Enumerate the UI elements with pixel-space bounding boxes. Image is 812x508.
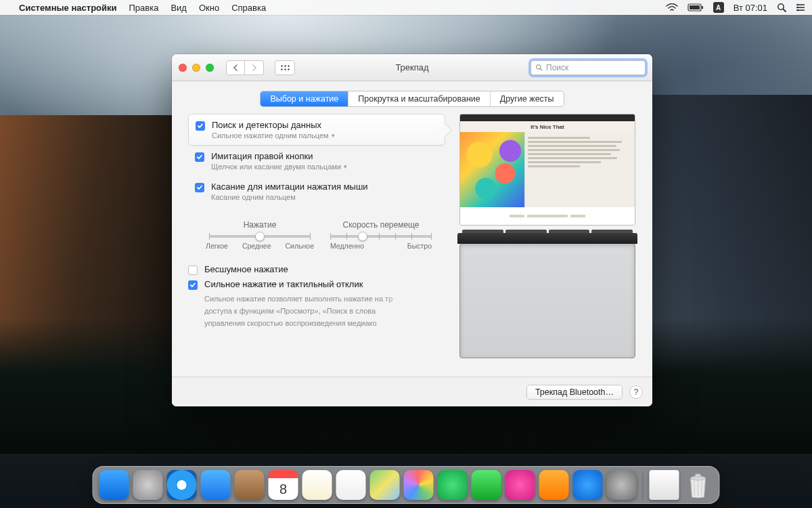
dock-calendar[interactable]: 8 xyxy=(269,470,298,500)
search-icon xyxy=(535,64,543,71)
option-lookup[interactable]: Поиск и детекторы данных Сильное нажатие… xyxy=(188,114,445,146)
click-pressure-label: Нажатие xyxy=(206,220,314,230)
wifi-icon[interactable] xyxy=(666,3,678,12)
tabs-row: Выбор и нажатие Прокрутка и масштабирова… xyxy=(172,81,652,114)
dock-launchpad[interactable] xyxy=(133,470,163,500)
gesture-preview: It's Nice That xyxy=(456,114,639,368)
dock-itunes[interactable] xyxy=(505,470,535,500)
zoom-button[interactable] xyxy=(206,64,214,72)
preview-text-block xyxy=(524,132,635,207)
dock-safari[interactable] xyxy=(167,470,197,500)
menu-edit[interactable]: Правка xyxy=(129,3,159,13)
tab-more-gestures[interactable]: Другие жесты xyxy=(490,91,564,106)
menu-view[interactable]: Вид xyxy=(171,3,187,13)
preferences-window: Трекпад Поиск Выбор и нажатие Прокрутка … xyxy=(172,54,652,406)
menu-help[interactable]: Справка xyxy=(231,3,266,13)
checkbox-tap-to-click[interactable] xyxy=(195,183,204,192)
menubar: Системные настройки Правка Вид Окно Спра… xyxy=(0,0,812,15)
menu-window[interactable]: Окно xyxy=(199,3,219,13)
dock: 8 xyxy=(93,466,720,504)
svg-point-8 xyxy=(797,4,799,6)
svg-rect-14 xyxy=(696,474,701,477)
force-click-desc-3: управления скоростью воспроизведения мед… xyxy=(204,318,434,329)
dock-preferences[interactable] xyxy=(607,470,637,500)
option-lookup-title: Поиск и детекторы данных xyxy=(212,120,335,130)
dock-separator xyxy=(643,473,644,500)
tab-scroll-zoom[interactable]: Прокрутка и масштабирование xyxy=(348,91,489,106)
preview-trackpad xyxy=(459,243,635,358)
dock-maps[interactable] xyxy=(370,470,400,500)
checkbox-force-click[interactable] xyxy=(188,280,198,290)
input-source-icon[interactable]: А xyxy=(713,2,724,13)
svg-point-10 xyxy=(797,9,799,12)
dock-notes[interactable] xyxy=(302,470,332,500)
window-titlebar: Трекпад Поиск xyxy=(172,54,652,81)
dock-appstore[interactable] xyxy=(573,470,603,500)
option-tap-to-click[interactable]: Касание для имитации нажатия мыши Касани… xyxy=(188,176,445,207)
checkbox-lookup[interactable] xyxy=(196,121,205,131)
speed-label-fast: Быстро xyxy=(407,242,432,250)
click-label-medium: Среднее xyxy=(242,242,271,250)
svg-line-4 xyxy=(784,9,786,12)
close-button[interactable] xyxy=(179,64,187,72)
search-field[interactable]: Поиск xyxy=(531,60,646,75)
content-area: Поиск и детекторы данных Сильное нажатие… xyxy=(172,114,652,377)
click-pressure-slider-group: Нажатие Легкое Среднее Сильное xyxy=(206,220,314,250)
option-lookup-sub[interactable]: Сильное нажатие одним пальцем▾ xyxy=(212,131,335,140)
dock-messages[interactable] xyxy=(438,470,468,500)
dock-reminders[interactable] xyxy=(336,470,366,500)
option-silent-click-title: Бесшумное нажатие xyxy=(204,264,288,274)
minimize-button[interactable] xyxy=(192,64,200,72)
click-pressure-slider[interactable] xyxy=(209,235,311,238)
tracking-speed-label: Скорость перемеще xyxy=(330,220,432,230)
dock-contacts[interactable] xyxy=(235,470,265,500)
search-placeholder: Поиск xyxy=(546,63,568,72)
lower-options: Бесшумное нажатие Сильное нажатие и такт… xyxy=(188,262,445,329)
option-secondary-click[interactable]: Имитация правой кнопки Щелчок или касани… xyxy=(188,146,445,176)
dock-facetime[interactable] xyxy=(472,470,501,500)
option-force-click-title: Сильное нажатие и тактильный отклик xyxy=(204,279,363,289)
option-tap-to-click-sub: Касание одним пальцем xyxy=(211,193,368,201)
click-label-light: Легкое xyxy=(206,242,228,250)
tracking-speed-slider[interactable] xyxy=(330,235,432,238)
nav-buttons xyxy=(226,60,264,75)
options-pane: Поиск и детекторы данных Сильное нажатие… xyxy=(188,114,445,368)
segmented-tabs: Выбор и нажатие Прокрутка и масштабирова… xyxy=(260,91,564,107)
help-button[interactable]: ? xyxy=(629,385,643,399)
option-silent-click[interactable]: Бесшумное нажатие xyxy=(188,262,445,277)
menubar-clock[interactable]: Вт 07:01 xyxy=(734,3,767,13)
force-click-desc-2: доступа к функциям «Просмотр», «Поиск в … xyxy=(204,306,434,316)
dock-mail[interactable] xyxy=(201,470,231,500)
dock-photos[interactable] xyxy=(404,470,434,500)
dock-ibooks[interactable] xyxy=(539,470,569,500)
click-pressure-knob[interactable] xyxy=(255,232,265,241)
battery-icon[interactable] xyxy=(687,3,704,12)
tab-point-click[interactable]: Выбор и нажатие xyxy=(261,91,348,106)
option-secondary-click-sub[interactable]: Щелчок или касание двумя пальцами▾ xyxy=(211,163,347,171)
tracking-speed-knob[interactable] xyxy=(358,232,367,241)
app-menu[interactable]: Системные настройки xyxy=(19,3,117,13)
checkbox-secondary-click[interactable] xyxy=(195,152,204,162)
chevron-down-icon: ▾ xyxy=(344,163,347,170)
click-label-firm: Сильное xyxy=(285,242,314,250)
option-secondary-click-title: Имитация правой кнопки xyxy=(211,151,347,161)
sliders-row: Нажатие Легкое Среднее Сильное Скорость … xyxy=(206,220,445,250)
option-force-click[interactable]: Сильное нажатие и тактильный отклик xyxy=(188,277,445,292)
checkbox-silent-click[interactable] xyxy=(188,266,198,275)
window-traffic-lights xyxy=(179,64,214,72)
show-all-button[interactable] xyxy=(275,60,295,75)
forward-button[interactable] xyxy=(245,60,264,75)
speed-label-slow: Медленно xyxy=(330,242,364,250)
preview-screen: It's Nice That xyxy=(459,114,635,226)
tracking-speed-slider-group: Скорость перемеще Медленно Быстро xyxy=(330,220,432,250)
dock-trash[interactable] xyxy=(683,470,713,500)
preview-artwork xyxy=(460,132,524,207)
dock-finder[interactable] xyxy=(99,470,129,500)
back-button[interactable] xyxy=(226,60,245,75)
svg-rect-1 xyxy=(690,5,700,9)
notification-center-icon[interactable] xyxy=(796,3,805,12)
bluetooth-trackpad-button[interactable]: Трекпад Bluetooth… xyxy=(526,385,623,400)
dock-minimized-window[interactable] xyxy=(650,470,679,500)
chevron-down-icon: ▾ xyxy=(332,132,335,139)
spotlight-icon[interactable] xyxy=(777,3,786,12)
